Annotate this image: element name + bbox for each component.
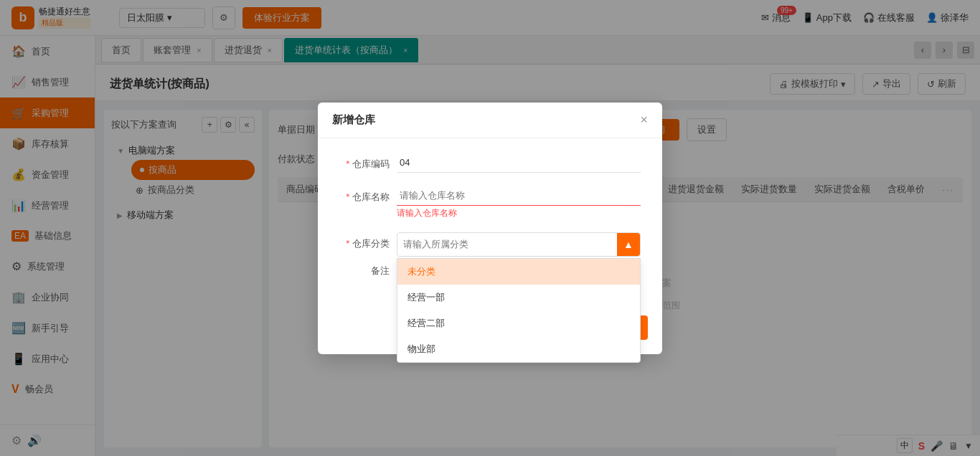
category-arrow-btn[interactable]: ▲ — [617, 233, 640, 256]
modal-header: 新增仓库 × — [318, 103, 662, 138]
name-input[interactable] — [397, 186, 641, 206]
code-input[interactable] — [397, 153, 641, 173]
new-warehouse-modal: 新增仓库 × 仓库编码 仓库名称 请输入仓库名称 仓库分类 — [318, 103, 662, 354]
name-field-wrap: 请输入仓库名称 — [397, 186, 641, 219]
form-row-category: 仓库分类 ▲ 未分类 经营一部 经营二部 物业部 — [339, 232, 641, 257]
dropdown-item-dept3[interactable]: 物业部 — [397, 336, 640, 362]
form-row-code: 仓库编码 — [339, 153, 641, 173]
form-row-name: 仓库名称 请输入仓库名称 — [339, 186, 641, 219]
category-field-area: ▲ 未分类 经营一部 经营二部 物业部 — [397, 232, 641, 257]
category-input[interactable] — [397, 234, 617, 254]
modal-overlay: 新增仓库 × 仓库编码 仓库名称 请输入仓库名称 仓库分类 — [0, 0, 980, 456]
dropdown-item-dept2[interactable]: 经营二部 — [397, 310, 640, 336]
modal-close-button[interactable]: × — [640, 113, 648, 128]
modal-title: 新增仓库 — [332, 113, 375, 127]
code-label: 仓库编码 — [339, 153, 397, 171]
name-label: 仓库名称 — [339, 186, 397, 204]
category-label: 仓库分类 — [339, 232, 397, 250]
category-input-wrap: ▲ — [397, 232, 641, 257]
category-dropdown: 未分类 经营一部 经营二部 物业部 — [397, 258, 641, 363]
name-error-msg: 请输入仓库名称 — [397, 207, 641, 219]
dropdown-item-dept1[interactable]: 经营一部 — [397, 285, 640, 310]
modal-body: 仓库编码 仓库名称 请输入仓库名称 仓库分类 ▲ — [318, 138, 662, 307]
dropdown-item-uncategorized[interactable]: 未分类 — [397, 259, 640, 285]
remark-label: 备注 — [339, 260, 397, 277]
